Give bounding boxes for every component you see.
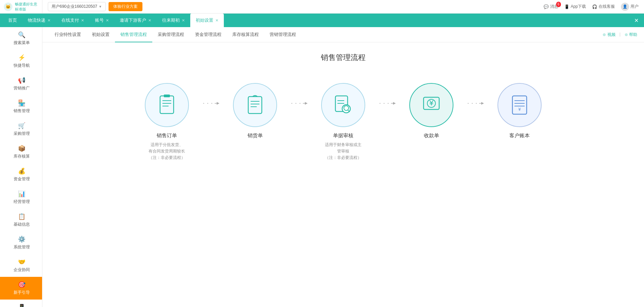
operations-icon: 📊 xyxy=(18,190,25,198)
sidebar-item-label: 基础信息 xyxy=(14,222,30,227)
close-icon[interactable]: ✕ xyxy=(81,18,84,23)
sidebar-item-newbie-guide[interactable]: 🎯 新手引导 xyxy=(0,277,42,300)
sidebar-item-label: 快捷导航 xyxy=(14,63,30,68)
tab-account[interactable]: 账号 ✕ xyxy=(90,14,114,27)
sidebar-item-label: 采购管理 xyxy=(14,131,30,137)
sidebar-item-enterprise-collab[interactable]: 🤝 企业协同 xyxy=(0,254,42,277)
svg-rect-12 xyxy=(248,97,262,114)
flow-step-receipt: ¥ 收款单 xyxy=(397,83,465,142)
sidebar-item-sales[interactable]: 🏪 销售管理 xyxy=(0,95,42,118)
tab-logistics[interactable]: 物流快递 ✕ xyxy=(22,14,56,27)
logo-icon: 🐱 xyxy=(3,2,13,12)
flow-diagram: 销售订单 适用于分批发货、有合同发货周期较长（注：非必要流程） xyxy=(42,76,644,168)
enterprise-selector[interactable]: 用户690企业1660120507 ▼ xyxy=(48,2,106,11)
customer-account-circle: ¥ xyxy=(497,83,542,127)
close-icon[interactable]: ✕ xyxy=(47,18,51,23)
sidebar-item-label: 搜索菜单 xyxy=(14,40,30,46)
online-service-button[interactable]: 🎧 在线客服 xyxy=(592,4,615,9)
message-button[interactable]: 💬 消息 6 xyxy=(544,4,558,9)
quick-nav-icon: ⚡ xyxy=(18,54,25,61)
nav-tabs: 首页 物流快递 ✕ 在线支付 ✕ 账号 ✕ 邀请下游客户 ✕ 往来期初 ✕ 初始… xyxy=(0,14,644,27)
svg-rect-6 xyxy=(164,95,170,97)
arrow-3 xyxy=(377,100,397,107)
sidebar-item-basics[interactable]: 📋 基础信息 xyxy=(0,209,42,231)
tab-period-initial[interactable]: 往来期初 ✕ xyxy=(157,14,190,27)
enterprise-label: 用户690企业1660120507 xyxy=(52,4,97,9)
svg-rect-2 xyxy=(160,96,174,114)
tab-initial-setup[interactable]: 初始设置 ✕ xyxy=(190,14,224,27)
sidebar-item-label: 企业协同 xyxy=(14,267,30,273)
trial-button[interactable]: 体验行业方案 xyxy=(109,2,142,11)
purchase-icon: 🛒 xyxy=(18,122,25,129)
close-icon[interactable]: ✕ xyxy=(215,18,218,23)
svg-text:🐱: 🐱 xyxy=(5,4,11,9)
guide-icon: 🎯 xyxy=(18,281,25,288)
sales-icon: 🏪 xyxy=(18,99,25,107)
sidebar: 🔍 搜索菜单 ⚡ 快捷导航 📢 营销推广 🏪 销售管理 🛒 采购管理 📦 库存核… xyxy=(0,27,42,307)
receipt-label: 收款单 xyxy=(424,132,439,139)
message-icon: 💬 xyxy=(544,4,549,9)
avatar: 👤 xyxy=(621,3,629,11)
sidebar-item-marketing[interactable]: 📢 营销推广 xyxy=(0,73,42,95)
marketing-icon: 📢 xyxy=(18,77,25,84)
doc-audit-desc: 适用于财务审核或主管审核（注：非必要流程） xyxy=(325,142,362,161)
svg-text:¥: ¥ xyxy=(518,107,521,112)
user-menu[interactable]: 👤 用户 xyxy=(621,3,639,11)
flow-step-customer-account: ¥ 客户账本 xyxy=(486,83,553,142)
video-help-button[interactable]: ⊙ 视频 xyxy=(603,32,615,38)
sub-tab-marketing-flow[interactable]: 营销管理流程 xyxy=(264,27,301,42)
user-label: 用户 xyxy=(630,4,639,9)
system-icon: ⚙️ xyxy=(18,236,25,243)
customer-account-label: 客户账本 xyxy=(509,132,530,139)
basics-icon: 📋 xyxy=(18,213,25,220)
app-download-label: App下载 xyxy=(571,4,586,9)
sidebar-item-system[interactable]: ⚙️ 系统管理 xyxy=(0,231,42,254)
sidebar-item-app-center[interactable]: 📱 应用中心 xyxy=(0,300,42,307)
sales-order-label: 销售订单 xyxy=(157,132,177,139)
sub-tab-initial[interactable]: 初始设置 xyxy=(86,27,115,42)
tab-payment[interactable]: 在线支付 ✕ xyxy=(56,14,90,27)
arrow-2 xyxy=(289,100,309,107)
sales-invoice-label: 销货单 xyxy=(248,132,263,139)
page-title: 销售管理流程 xyxy=(42,42,644,76)
sidebar-item-purchase[interactable]: 🛒 采购管理 xyxy=(0,118,42,141)
sidebar-item-finance[interactable]: 💰 资金管理 xyxy=(0,163,42,186)
close-icon[interactable]: ✕ xyxy=(148,18,151,23)
sidebar-item-label: 系统管理 xyxy=(14,244,30,250)
svg-marker-31 xyxy=(393,102,396,105)
search-icon: 🔍 xyxy=(18,31,25,39)
tab-home[interactable]: 首页 xyxy=(3,14,22,27)
sub-tab-inventory-flow[interactable]: 库存核算流程 xyxy=(227,27,264,42)
sidebar-item-label: 营销推广 xyxy=(14,85,30,91)
sub-tab-industry[interactable]: 行业特性设置 xyxy=(49,27,86,42)
sub-tab-purchase-flow[interactable]: 采购管理流程 xyxy=(152,27,190,42)
flow-step-sales-order: 销售订单 适用于分批发货、有合同发货周期较长（注：非必要流程） xyxy=(133,83,201,161)
help-button[interactable]: ⊙ 帮助 xyxy=(625,32,637,38)
sidebar-item-label: 资金管理 xyxy=(14,176,30,182)
svg-marker-20 xyxy=(305,102,308,105)
sidebar-item-search[interactable]: 🔍 搜索菜单 xyxy=(0,27,42,50)
sub-tab-finance-flow[interactable]: 资金管理流程 xyxy=(190,27,227,42)
receipt-circle: ¥ xyxy=(409,83,453,127)
close-icon[interactable]: ✕ xyxy=(182,18,185,23)
sidebar-item-operations[interactable]: 📊 经营管理 xyxy=(0,186,42,209)
inventory-icon: 📦 xyxy=(18,145,25,152)
content-area: 行业特性设置 初始设置 销售管理流程 采购管理流程 资金管理流程 库存核算流程 … xyxy=(42,27,644,307)
logo: 🐱 畅捷通好生意 标准版 xyxy=(0,0,42,14)
headset-icon: 🎧 xyxy=(592,4,597,9)
top-bar: 用户690企业1660120507 ▼ 体验行业方案 💬 消息 6 📱 App下… xyxy=(42,0,644,14)
sidebar-item-quick-nav[interactable]: ⚡ 快捷导航 xyxy=(0,50,42,73)
close-all-tabs-button[interactable]: ✕ xyxy=(631,17,641,24)
sidebar-item-inventory[interactable]: 📦 库存核算 xyxy=(0,141,42,163)
app-download-button[interactable]: 📱 App下载 xyxy=(564,4,586,9)
message-badge: 6 xyxy=(556,2,561,7)
online-service-label: 在线客服 xyxy=(599,4,615,9)
close-icon[interactable]: ✕ xyxy=(106,18,109,23)
sidebar-item-label: 新手引导 xyxy=(14,290,30,295)
sub-tab-sales-flow[interactable]: 销售管理流程 xyxy=(115,27,152,42)
flow-step-sales-invoice: 销货单 xyxy=(221,83,289,142)
flow-step-doc-audit: 单据审核 适用于财务审核或主管审核（注：非必要流程） xyxy=(309,83,377,161)
sidebar-item-label: 销售管理 xyxy=(14,108,30,114)
finance-icon: 💰 xyxy=(18,167,25,175)
tab-invite-customer[interactable]: 邀请下游客户 ✕ xyxy=(114,14,157,27)
